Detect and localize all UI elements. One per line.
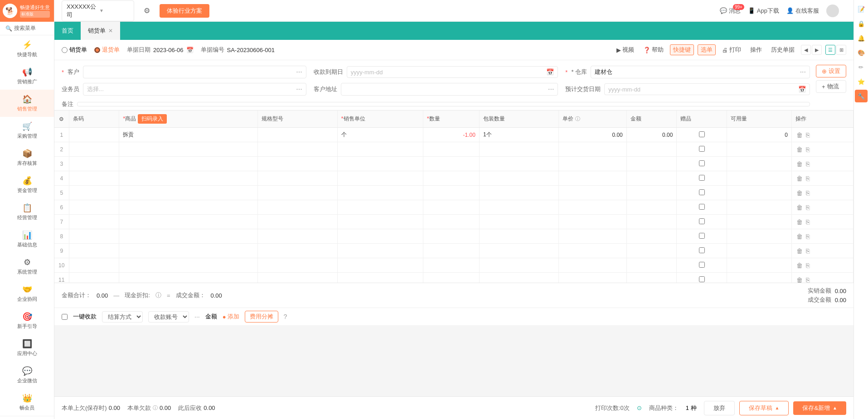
row-amount[interactable] (626, 186, 677, 200)
row-product[interactable]: 拆贡 (119, 128, 258, 142)
row-price[interactable] (559, 171, 626, 186)
row-quantity[interactable] (423, 142, 479, 157)
row-quantity[interactable] (423, 229, 479, 244)
scan-button[interactable]: 扫码录入 (138, 114, 167, 124)
gift-checkbox[interactable] (699, 233, 705, 239)
shortcut-button[interactable]: 快捷键 (670, 44, 694, 55)
row-spec[interactable] (258, 273, 337, 283)
delete-row-icon[interactable]: 🗑 (796, 175, 803, 182)
row-barcode[interactable] (69, 258, 119, 273)
row-product[interactable] (119, 142, 258, 157)
row-price[interactable] (559, 273, 626, 283)
row-quantity[interactable] (423, 215, 479, 229)
row-barcode[interactable] (69, 215, 119, 229)
row-gift[interactable] (677, 142, 727, 157)
expected-calendar-icon[interactable]: 📅 (798, 86, 806, 93)
row-barcode[interactable] (69, 200, 119, 215)
row-price[interactable] (559, 186, 626, 200)
sidebar-item-finance[interactable]: 💰 资金管理 (0, 171, 54, 198)
rpanel-edit-icon[interactable]: 📝 (855, 3, 868, 15)
delete-row-icon[interactable]: 🗑 (796, 146, 803, 153)
rpanel-pencil-icon[interactable]: ✏ (855, 61, 868, 73)
trial-button[interactable]: 体验行业方案 (160, 4, 209, 18)
sidebar-item-cooperation[interactable]: 🤝 企业协同 (0, 280, 54, 307)
save-draft-button[interactable]: 保存草稿 ▲ (739, 401, 789, 415)
rpanel-star-icon[interactable]: ⭐ (855, 75, 868, 88)
row-unit[interactable] (337, 229, 423, 244)
row-unit[interactable] (337, 215, 423, 229)
copy-row-icon[interactable]: ⎘ (806, 233, 810, 240)
row-product[interactable] (119, 171, 258, 186)
delete-row-icon[interactable]: 🗑 (796, 276, 803, 283)
online-service-button[interactable]: 👤 在线客服 (786, 7, 819, 15)
row-product[interactable] (119, 273, 258, 283)
debt-help-icon[interactable]: ⓘ (153, 405, 158, 411)
row-barcode[interactable] (69, 244, 119, 258)
row-quantity[interactable] (423, 171, 479, 186)
warehouse-dots-icon[interactable]: ··· (800, 68, 806, 76)
gift-checkbox[interactable] (699, 204, 705, 210)
radio-sales-input[interactable] (62, 47, 68, 53)
rpanel-bell-icon[interactable]: 🔔 (855, 32, 868, 44)
row-unit[interactable] (337, 200, 423, 215)
customer-input[interactable]: ··· (83, 66, 306, 78)
row-quantity[interactable] (423, 244, 479, 258)
row-barcode[interactable] (69, 273, 119, 283)
row-pack-qty[interactable] (479, 229, 558, 244)
row-amount[interactable] (626, 142, 677, 157)
row-unit[interactable] (337, 186, 423, 200)
row-unit[interactable] (337, 244, 423, 258)
row-product[interactable] (119, 215, 258, 229)
row-gift[interactable] (677, 258, 727, 273)
copy-row-icon[interactable]: ⎘ (806, 204, 810, 211)
tab-close-icon[interactable]: ✕ (108, 28, 113, 34)
row-gift[interactable] (677, 128, 727, 142)
print-button[interactable]: 🖨 打印 (719, 45, 744, 55)
row-spec[interactable] (258, 229, 337, 244)
row-barcode[interactable] (69, 142, 119, 157)
gift-checkbox[interactable] (699, 218, 705, 224)
row-product[interactable] (119, 157, 258, 171)
row-pack-qty[interactable] (479, 273, 558, 283)
row-spec[interactable] (258, 142, 337, 157)
sidebar-item-quick-nav[interactable]: ⚡ 快捷导航 (0, 35, 54, 63)
row-pack-qty[interactable] (479, 244, 558, 258)
row-spec[interactable] (258, 128, 337, 142)
delete-row-icon[interactable]: 🗑 (796, 189, 803, 197)
copy-row-icon[interactable]: ⎘ (806, 131, 810, 139)
logistics-button[interactable]: + 物流 (816, 80, 846, 93)
note-input[interactable] (77, 102, 810, 106)
row-amount[interactable] (626, 244, 677, 258)
row-barcode[interactable] (69, 171, 119, 186)
row-price[interactable] (559, 258, 626, 273)
row-barcode[interactable] (69, 229, 119, 244)
fee-button[interactable]: 费用分摊 (245, 311, 278, 323)
save-draft-arrow[interactable]: ▲ (775, 405, 780, 410)
row-amount[interactable] (626, 229, 677, 244)
sidebar-item-sales[interactable]: 🏠 销售管理 (0, 90, 54, 117)
copy-row-icon[interactable]: ⎘ (806, 247, 810, 255)
rpanel-palette-icon[interactable]: 🎨 (855, 46, 868, 59)
save-new-button[interactable]: 保存&新增 ▲ (793, 401, 846, 415)
topbar-gear-button[interactable]: ⚙ (140, 4, 154, 18)
row-spec[interactable] (258, 157, 337, 171)
row-quantity[interactable] (423, 273, 479, 283)
row-price[interactable]: 0.00 (559, 128, 626, 142)
row-gift[interactable] (677, 200, 727, 215)
row-pack-qty[interactable] (479, 142, 558, 157)
delete-row-icon[interactable]: 🗑 (796, 160, 803, 168)
gift-checkbox[interactable] (699, 189, 705, 195)
row-unit[interactable] (337, 273, 423, 283)
row-quantity[interactable] (423, 157, 479, 171)
copy-row-icon[interactable]: ⎘ (806, 262, 810, 269)
row-unit[interactable] (337, 157, 423, 171)
row-barcode[interactable] (69, 157, 119, 171)
row-pack-qty[interactable]: 1个 (479, 128, 558, 142)
row-pack-qty[interactable] (479, 186, 558, 200)
abandon-button[interactable]: 放弃 (704, 401, 735, 415)
copy-row-icon[interactable]: ⎘ (806, 218, 810, 226)
row-gift[interactable] (677, 171, 727, 186)
row-amount[interactable] (626, 200, 677, 215)
row-spec[interactable] (258, 244, 337, 258)
add-button[interactable]: ● 添加 (223, 313, 239, 321)
